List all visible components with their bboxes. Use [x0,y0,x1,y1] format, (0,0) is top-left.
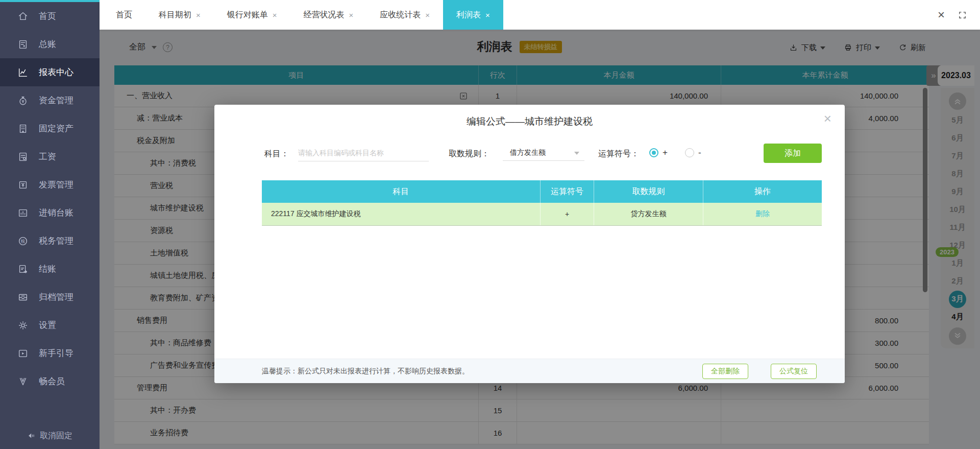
app-window: 首页 总账 报表中心 资金管理 固定资产 工资 发票管理 进销台账 [0,0,980,449]
sidebar-item-salary[interactable]: 工资 [0,143,100,171]
sidebar-item-label: 税务管理 [39,235,74,247]
formula-items-table: 科目 运算符号 取数规则 操作 222117 应交城市维护建设税 + 贷方发生额… [262,180,822,226]
svg-text:税: 税 [20,239,25,244]
sidebar-item-invoices[interactable]: 发票管理 [0,171,100,199]
column-header-subject: 科目 [262,180,540,203]
building-icon [17,123,29,134]
gear-icon [17,320,29,331]
sidebar-item-inventory-ledger[interactable]: 进销台账 [0,199,100,227]
select-caret-icon [574,152,579,157]
operator-radio-group: + - [649,148,701,158]
sidebar-item-general-ledger[interactable]: 总账 [0,30,100,58]
sidebar-item-label: 工资 [39,151,56,162]
tab-close-icon[interactable]: × [273,11,277,19]
tab-close-icon[interactable]: × [349,11,354,19]
sidebar-item-report-center[interactable]: 报表中心 [0,58,100,86]
sidebar-item-label: 新手引导 [39,347,74,359]
add-button[interactable]: 添加 [764,144,822,163]
sidebar-item-label: 结账 [39,263,56,275]
column-header-rule: 取数规则 [594,180,703,203]
tab-income-statement[interactable]: 利润表 × [443,0,503,30]
dialog-close-icon[interactable]: × [824,112,831,125]
tab-home[interactable]: 首页 [103,0,145,30]
formula-row: 222117 应交城市维护建设税 + 贷方发生额 删除 [262,203,822,226]
dialog-title: 编辑公式——城市维护建设税 [214,105,845,128]
window-controls: × [938,0,980,30]
report-chart-icon [17,67,29,78]
delete-link[interactable]: 删除 [755,209,770,219]
formula-table-body: 222117 应交城市维护建设税 + 贷方发生额 删除 [262,203,822,226]
home-icon [17,11,29,22]
unpin-arrow-icon [27,431,36,440]
tab-label: 银行对账单 [227,10,268,20]
tab-label: 应收统计表 [380,10,421,20]
tax-icon: 税 [17,235,29,247]
tab-subject-opening[interactable]: 科目期初 × [145,0,214,30]
sidebar-item-home[interactable]: 首页 [0,2,100,30]
tab-close-icon[interactable]: × [196,11,201,19]
sidebar-item-member[interactable]: 畅会员 [0,367,100,395]
money-bag-icon [17,95,29,106]
formula-table-header: 科目 运算符号 取数规则 操作 [262,180,822,203]
tab-label: 科目期初 [159,10,191,20]
unpin-sidebar-button[interactable]: 取消固定 [0,427,100,445]
tab-operating-status[interactable]: 经营状况表 × [290,0,367,30]
fullscreen-icon[interactable] [958,11,967,19]
sidebar-item-guide[interactable]: 新手引导 [0,339,100,367]
unpin-label: 取消固定 [40,431,72,441]
sidebar-item-label: 归档管理 [39,291,74,303]
operator-label: 运算符号： [598,149,639,159]
sidebar-item-label: 资金管理 [39,94,74,106]
sidebar-item-label: 总账 [39,38,56,50]
tab-receivables-stats[interactable]: 应收统计表 × [366,0,443,30]
subject-input[interactable] [298,145,429,161]
column-header-action: 操作 [703,180,822,203]
rule-label: 取数规则： [449,149,489,159]
column-header-operator: 运算符号 [540,180,594,203]
sidebar-item-label: 固定资产 [39,123,74,134]
ledger-icon [17,39,29,50]
operator-minus-option[interactable]: - [685,148,701,158]
sidebar-item-label: 报表中心 [39,66,74,78]
rule-select[interactable]: 借方发生额 [503,145,584,161]
dialog-footer: 温馨提示：新公式只对未出报表进行计算，不影响历史报表数据。 全部删除 公式复位 [214,359,845,383]
cell-operator: + [540,203,594,225]
guide-video-icon [17,348,29,359]
sidebar-item-label: 首页 [39,10,56,22]
radio-unselected-icon [685,148,694,157]
sidebar-item-archive[interactable]: 归档管理 [0,283,100,311]
sidebar-item-label: 发票管理 [39,179,74,191]
invoice-icon [17,179,29,191]
archive-icon [17,292,29,303]
tab-bank-statement[interactable]: 银行对账单 × [214,0,290,30]
salary-sheet-icon [17,151,29,162]
tab-close-icon[interactable]: × [425,11,430,19]
sidebar-item-label: 进销台账 [39,207,74,219]
member-v-icon [17,376,29,387]
rule-select-value: 借方发生额 [503,148,546,157]
operator-plus-option[interactable]: + [649,148,668,158]
sidebar-item-fixed-assets[interactable]: 固定资产 [0,114,100,143]
tab-label: 首页 [116,10,132,20]
sidebar: 首页 总账 报表中心 资金管理 固定资产 工资 发票管理 进销台账 [0,0,100,449]
sidebar-item-settings[interactable]: 设置 [0,311,100,339]
operator-minus-label: - [698,148,701,158]
edit-formula-dialog: 编辑公式——城市维护建设税 × 科目： 取数规则： 借方发生额 运算符号： + [214,105,845,383]
subject-input-wrap [298,145,429,161]
tab-label: 利润表 [456,10,481,20]
tab-close-icon[interactable]: × [485,11,490,19]
radio-selected-icon [649,148,658,157]
operator-plus-label: + [663,148,668,158]
formula-reset-button[interactable]: 公式复位 [771,364,817,379]
sidebar-item-funds[interactable]: 资金管理 [0,86,100,114]
tab-bar: 首页 科目期初 × 银行对账单 × 经营状况表 × 应收统计表 × 利润表 × … [100,0,980,30]
delete-all-button[interactable]: 全部删除 [702,364,748,379]
sidebar-item-closing[interactable]: 结账 [0,255,100,283]
sidebar-item-tax[interactable]: 税 税务管理 [0,227,100,255]
closing-icon [17,264,29,275]
close-window-icon[interactable]: × [938,9,945,21]
inventory-ledger-icon [17,207,29,219]
tab-label: 经营状况表 [304,10,345,20]
cell-rule: 贷方发生额 [594,203,703,225]
sidebar-item-label: 畅会员 [39,375,65,387]
